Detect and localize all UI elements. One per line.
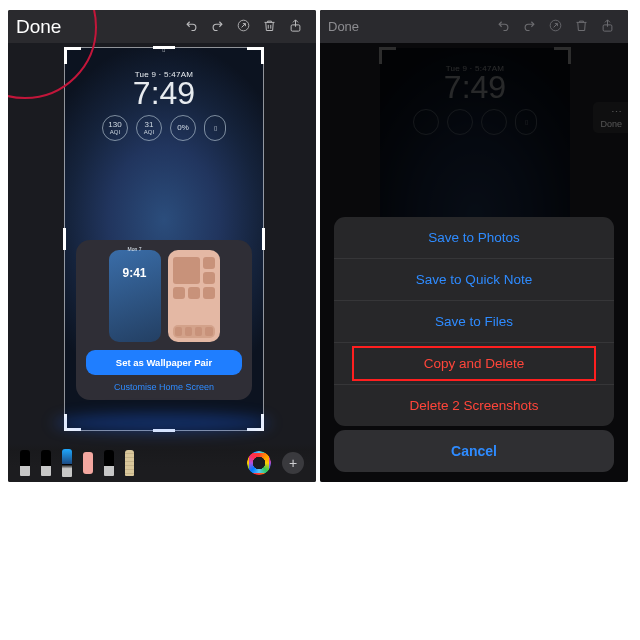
add-shape-button[interactable]: + bbox=[282, 452, 304, 474]
done-button[interactable]: Done bbox=[328, 19, 359, 34]
save-to-files-action[interactable]: Save to Files bbox=[334, 300, 614, 342]
share-icon bbox=[594, 18, 620, 36]
right-screenshot: Done Tue 9 · 5:47AM 7:49 ▯ ⋯ Done bbox=[320, 10, 628, 482]
left-screenshot: Done bbox=[8, 10, 316, 482]
crop-handle[interactable] bbox=[64, 47, 81, 64]
copy-and-delete-action[interactable]: Copy and Delete bbox=[334, 342, 614, 384]
undo-icon bbox=[490, 18, 516, 36]
ruler-tool[interactable] bbox=[125, 450, 134, 476]
color-picker-icon[interactable] bbox=[247, 451, 271, 475]
lockscreen-time: 7:49 bbox=[65, 77, 263, 109]
lockscreen-widgets: 130AQI 31AQI 0% ▯ bbox=[65, 115, 263, 141]
markup-top-bar: Done bbox=[320, 10, 628, 43]
delete-screenshots-action[interactable]: Delete 2 Screenshots bbox=[334, 384, 614, 426]
battery-icon: ▯ bbox=[204, 115, 226, 141]
trash-icon[interactable] bbox=[256, 18, 282, 36]
save-to-photos-action[interactable]: Save to Photos bbox=[334, 217, 614, 258]
crop-handle[interactable] bbox=[153, 46, 175, 49]
customise-home-screen-link[interactable]: Customise Home Screen bbox=[86, 375, 242, 392]
markup-top-bar: Done bbox=[8, 10, 316, 43]
undo-icon[interactable] bbox=[178, 18, 204, 36]
preview-homescreen bbox=[168, 250, 220, 342]
preview-lockscreen: Mon 7 9:41 bbox=[109, 250, 161, 342]
markup-pen-icon bbox=[542, 18, 568, 36]
crop-handle[interactable] bbox=[63, 228, 66, 250]
markup-toolbar: + bbox=[8, 444, 316, 482]
crop-handle[interactable] bbox=[247, 47, 264, 64]
pen-tool[interactable] bbox=[20, 450, 30, 476]
cancel-button[interactable]: Cancel bbox=[334, 430, 614, 472]
marker-tool[interactable] bbox=[41, 450, 51, 476]
eraser-tool[interactable] bbox=[83, 452, 93, 474]
screenshot-canvas: 􀎠 Tue 9 · 5:47AM 7:49 130AQI 31AQI 0% ▯ … bbox=[8, 45, 316, 437]
share-icon[interactable] bbox=[282, 18, 308, 36]
crop-frame[interactable]: 􀎠 Tue 9 · 5:47AM 7:49 130AQI 31AQI 0% ▯ … bbox=[64, 47, 264, 431]
save-to-quick-note-action[interactable]: Save to Quick Note bbox=[334, 258, 614, 300]
lasso-tool[interactable] bbox=[104, 450, 114, 476]
trash-icon bbox=[568, 18, 594, 36]
redo-icon bbox=[516, 18, 542, 36]
pencil-tool[interactable] bbox=[62, 449, 72, 477]
wallpaper-sheet: Mon 7 9:41 Set as Wallpaper Pair Customi… bbox=[76, 240, 252, 400]
redo-icon[interactable] bbox=[204, 18, 230, 36]
set-wallpaper-pair-button[interactable]: Set as Wallpaper Pair bbox=[86, 350, 242, 375]
crop-handle[interactable] bbox=[262, 228, 265, 250]
markup-pen-icon[interactable] bbox=[230, 18, 256, 36]
done-button[interactable]: Done bbox=[16, 16, 61, 38]
action-sheet: Save to Photos Save to Quick Note Save t… bbox=[334, 217, 614, 426]
